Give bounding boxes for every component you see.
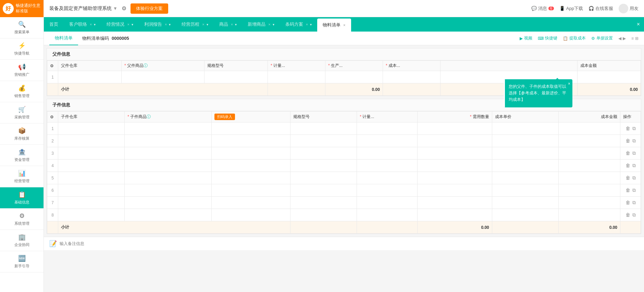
finance-icon: 🏦 — [18, 148, 26, 156]
keyboard-icon: ⌨ — [538, 36, 544, 41]
delete-icon[interactable]: 🗑 — [626, 212, 630, 218]
next-icon[interactable]: ▶ — [623, 36, 626, 41]
sidebar-item-marketing[interactable]: 📢 营销推广 — [0, 60, 44, 81]
th-parent-product: * 父件商品ⓘ — [122, 61, 205, 71]
system-title: 装备及固定资产辅助管理系统 — [49, 5, 112, 12]
tabs-close-all[interactable]: × — [633, 21, 644, 27]
app-logo: 好 畅捷通好生意 标准版 — [0, 0, 44, 17]
message-icon: 💬 — [531, 6, 537, 11]
child-row: 4 🗑⧉ — [47, 160, 641, 172]
child-subtotal-label: 小计 — [58, 221, 290, 234]
copy-icon[interactable]: ⧉ — [632, 187, 636, 193]
close-icon[interactable]: × — [231, 22, 233, 26]
close-icon[interactable]: × — [90, 22, 92, 26]
sub-actions: ▶ 视频 ⌨ 快捷键 📋 提取成本 ⚙ 单据设置 ◀ ▶ — [520, 35, 639, 41]
subtab-bom-list[interactable]: 物料清单 — [49, 32, 78, 45]
grid-view-icon[interactable]: ⊞ — [635, 36, 639, 41]
tooltip-close-button[interactable]: × — [568, 81, 570, 87]
th-parent-amount: 成本金额 — [577, 61, 641, 71]
sidebar-item-purchase[interactable]: 🛒 采购管理 — [0, 102, 44, 124]
remark-input[interactable] — [60, 241, 639, 246]
delete-icon[interactable]: 🗑 — [626, 175, 630, 181]
settings-icon[interactable]: ⚙ — [122, 5, 126, 12]
delete-icon[interactable]: 🗑 — [626, 200, 630, 206]
sidebar-item-guide[interactable]: 🆕 新手引导 — [0, 251, 44, 272]
copy-icon[interactable]: ⧉ — [632, 150, 636, 156]
child-subtotal-row: 小计 0.00 0.00 — [47, 221, 641, 234]
close-icon[interactable]: × — [127, 22, 129, 26]
sidebar-item-sales[interactable]: 💰 销售管理 — [0, 81, 44, 102]
prev-icon[interactable]: ◀ — [618, 36, 621, 41]
doc-settings-icon: ⚙ — [591, 36, 595, 41]
child-row: 6 🗑⧉ — [47, 184, 641, 197]
close-icon-active[interactable]: × — [343, 23, 345, 27]
bottom-bar: 📝 — [44, 237, 644, 250]
th-child-warehouse: 子件仓库 — [58, 112, 125, 122]
sidebar-item-quicknav[interactable]: ⚡ 快捷导航 — [0, 38, 44, 60]
sidebar-item-basic[interactable]: 📋 基础信息 — [0, 187, 44, 209]
parent-section: 父件信息 × 您的父件、子件的成本取值可以选择【参考成本、最新进价、平均成本】 … — [47, 48, 641, 96]
sidebar-item-inventory[interactable]: 📦 库存核算 — [0, 124, 44, 145]
action-shortcut[interactable]: ⌨ 快捷键 — [538, 35, 557, 41]
copy-icon[interactable]: ⧉ — [632, 163, 636, 168]
tab-new-goods[interactable]: 新增商品×▾ — [242, 17, 280, 32]
th-child-spec: 规格型号 — [290, 112, 357, 122]
online-service-action[interactable]: 🎧 在线客服 — [589, 5, 613, 12]
tab-customer[interactable]: 客户联络×▾ — [64, 17, 101, 32]
tab-operation[interactable]: 经营情况×▾ — [101, 17, 138, 32]
tab-goods[interactable]: 商品×▾ — [214, 17, 242, 32]
th-settings: ⚙ — [47, 61, 58, 71]
user-action[interactable]: 用友 — [619, 4, 639, 13]
main-area: 装备及固定资产辅助管理系统 ▼ ⚙ 体验行业方案 💬 消息 6 📱 App下载 … — [44, 0, 644, 292]
copy-icon[interactable]: ⧉ — [632, 212, 636, 218]
message-action[interactable]: 💬 消息 6 — [531, 5, 554, 12]
list-view-icon[interactable]: ≡ — [631, 36, 634, 41]
th-child-unit-cost: 成本单价 — [492, 112, 558, 122]
delete-icon[interactable]: 🗑 — [626, 126, 630, 131]
delete-icon[interactable]: 🗑 — [626, 150, 630, 156]
header-left: 装备及固定资产辅助管理系统 ▼ ⚙ 体验行业方案 — [49, 3, 168, 14]
copy-icon[interactable]: ⧉ — [632, 175, 636, 181]
close-icon[interactable]: × — [165, 22, 167, 26]
scan-btn[interactable]: 扫码录入 — [214, 114, 235, 120]
system-title-area: 装备及固定资产辅助管理系统 ▼ — [49, 5, 117, 12]
sidebar-item-operation[interactable]: 📊 经营管理 — [0, 166, 44, 187]
tab-history[interactable]: 经营历程×▾ — [176, 17, 213, 32]
dropdown-arrow-icon[interactable]: ▼ — [113, 6, 117, 11]
sidebar-item-finance[interactable]: 🏦 资金管理 — [0, 145, 44, 166]
copy-icon[interactable]: ⧉ — [632, 138, 636, 144]
close-icon[interactable]: × — [306, 22, 308, 26]
th-child-unit: * 计量... — [357, 112, 417, 122]
search-icon: 🔍 — [18, 21, 26, 28]
delete-icon[interactable]: 🗑 — [626, 138, 630, 144]
tooltip-line — [504, 79, 505, 107]
trial-button[interactable]: 体验行业方案 — [131, 3, 168, 14]
sidebar: 好 畅捷通好生意 标准版 🔍 搜索菜单 ⚡ 快捷导航 📢 营销推广 💰 销售管理… — [0, 0, 44, 292]
sidebar-item-search[interactable]: 🔍 搜索菜单 — [0, 17, 44, 38]
action-extract-cost[interactable]: 📋 提取成本 — [563, 35, 586, 41]
copy-icon[interactable]: ⧉ — [632, 126, 636, 131]
th-child-settings: ⚙ — [47, 112, 58, 122]
delete-icon[interactable]: 🗑 — [626, 163, 630, 168]
sidebar-item-enterprise[interactable]: 🏢 企业协同 — [0, 230, 44, 251]
action-doc-settings[interactable]: ⚙ 单据设置 — [591, 35, 613, 41]
copy-icon[interactable]: ⧉ — [632, 200, 636, 206]
logo-icon: 好 — [3, 3, 14, 14]
th-child-qty: * 需用数量 — [417, 112, 492, 122]
action-video[interactable]: ▶ 视频 — [520, 35, 532, 41]
tab-profit[interactable]: 利润报告×▾ — [139, 17, 176, 32]
tab-bom[interactable]: 物料清单× — [317, 19, 351, 32]
tab-barcode[interactable]: 条码方案×▾ — [280, 17, 317, 32]
close-icon[interactable]: × — [268, 22, 270, 26]
guide-icon: 🆕 — [18, 255, 26, 262]
app-download-action[interactable]: 📱 App下载 — [559, 5, 583, 12]
sidebar-item-system[interactable]: ⚙ 系统管理 — [0, 209, 44, 230]
tab-home[interactable]: 首页 — [44, 17, 64, 32]
close-icon[interactable]: × — [202, 22, 204, 26]
th-parent-production: * 生产... — [325, 61, 383, 71]
child-subtotal-amount: 0.00 — [559, 221, 620, 234]
marketing-icon: 📢 — [18, 63, 26, 71]
nav-tabs: 首页 客户联络×▾ 经营情况×▾ 利润报告×▾ 经营历程×▾ 商品×▾ 新增商品… — [44, 17, 644, 32]
delete-icon[interactable]: 🗑 — [626, 187, 630, 193]
purchase-icon: 🛒 — [18, 106, 26, 113]
